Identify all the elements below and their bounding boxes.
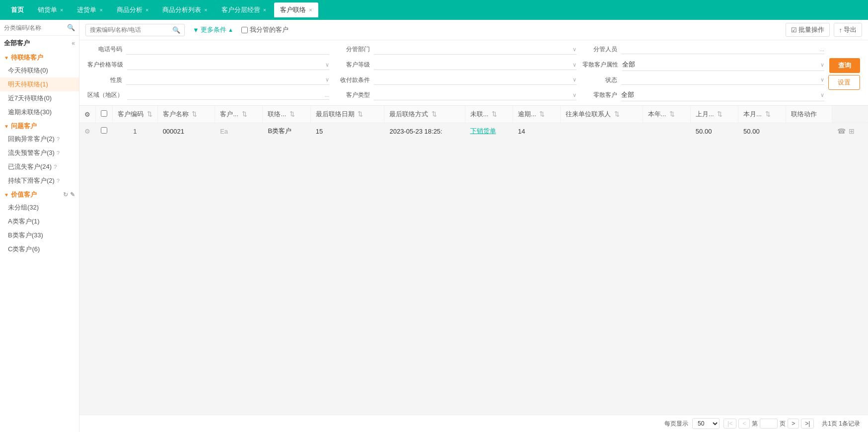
filter-region-select[interactable]: ... <box>127 90 329 100</box>
th-this-year: 本年... ⇅ <box>643 106 690 123</box>
gear-header-icon[interactable]: ⚙ <box>84 111 90 118</box>
sidebar-item-churn-warning[interactable]: 流失预警客户(3) ? <box>0 146 79 160</box>
nav-customer-contact[interactable]: 客户联络 × <box>274 2 318 17</box>
nav-home[interactable]: 首页 <box>5 2 30 17</box>
my-customers-checkbox[interactable] <box>241 27 248 33</box>
first-page-btn[interactable]: |< <box>723 419 736 429</box>
sort-name-icon[interactable]: ⇅ <box>192 110 197 118</box>
sort-last-month-icon[interactable]: ⇅ <box>717 110 723 118</box>
filter-manager-select[interactable]: ... <box>621 45 824 54</box>
sort-un-contact-icon[interactable]: ⇅ <box>492 110 497 118</box>
filter-customer-type-select[interactable]: ∨ <box>374 90 577 100</box>
next-page-btn[interactable]: > <box>788 419 799 429</box>
sidebar-item-week[interactable]: 近7天待联络(0) <box>0 91 79 105</box>
my-customers-filter[interactable]: 我分管的客户 <box>241 25 289 34</box>
page-size-select[interactable]: 10 20 50 100 <box>692 418 720 429</box>
filter-phone: 电话号码 <box>87 44 329 55</box>
content-area: 🔍 ▼ 更多条件 ▲ 我分管的客户 ☑ 批量操作 ↑ 导出 <box>79 20 868 432</box>
select-all-checkbox[interactable] <box>101 110 107 117</box>
filter-price-level-select[interactable]: ∨ <box>127 60 329 70</box>
close-purchase-order[interactable]: × <box>99 7 102 13</box>
sidebar-all-customers[interactable]: 全部客户 « <box>0 36 79 51</box>
sidebar-search-input[interactable] <box>4 24 65 31</box>
sort-this-month-icon[interactable]: ⇅ <box>765 110 771 118</box>
sort-this-year-icon[interactable]: ⇅ <box>669 110 675 118</box>
refresh-icon[interactable]: ↻ <box>63 191 68 198</box>
help-icon-churned[interactable]: ? <box>54 164 57 170</box>
sidebar-item-class-a[interactable]: A类客户(1) <box>0 215 79 228</box>
close-sales-order[interactable]: × <box>60 7 63 13</box>
close-product-analysis-list[interactable]: × <box>204 7 207 13</box>
sort-type-icon[interactable]: ⇅ <box>242 110 247 118</box>
row-checkbox[interactable] <box>101 127 107 134</box>
filter-customer-level-select[interactable]: ∨ <box>374 60 577 70</box>
th-action: 联络动作 <box>786 106 832 123</box>
export-icon: ↑ <box>839 26 843 34</box>
phone-action-icon[interactable]: ☎ <box>837 127 846 135</box>
edit-icon[interactable]: ✎ <box>70 191 75 198</box>
footer-pagination: 每页显示 10 20 50 100 |< < 第 1 页 > >| 共1页 1条… <box>79 415 868 432</box>
batch-op-btn[interactable]: ☑ 批量操作 <box>786 23 830 37</box>
sidebar-item-repurchase-anomaly[interactable]: 回购异常客户(2) ? <box>0 132 79 146</box>
sort-last-contact-date-icon[interactable]: ⇅ <box>358 110 363 118</box>
filter-dept-select[interactable]: ∨ <box>374 45 577 55</box>
filter-payment-select[interactable]: ∨ <box>374 75 577 85</box>
last-contact-method-link[interactable]: 下销货单 <box>470 127 496 135</box>
close-product-analysis[interactable]: × <box>145 7 148 13</box>
td-gear[interactable]: ⚙ <box>79 123 96 140</box>
sort-unit-contact-icon[interactable]: ⇅ <box>614 110 620 118</box>
th-check[interactable] <box>96 106 113 123</box>
export-btn[interactable]: ↑ 导出 <box>834 23 863 37</box>
main-search-input[interactable] <box>90 26 170 33</box>
set-btn[interactable]: 设置 <box>828 75 860 90</box>
more-conditions-btn[interactable]: ▼ 更多条件 ▲ <box>189 23 237 36</box>
th-gear[interactable]: ⚙ <box>79 106 96 123</box>
sidebar-item-overdue[interactable]: 逾期未联络(30) <box>0 105 79 119</box>
filter-btn-group: 查询 设置 <box>828 44 860 101</box>
table-scroll-wrap: ⚙ 客户编码 ⇅ 客户名称 ⇅ <box>79 106 868 432</box>
sidebar-item-class-b[interactable]: B类客户(33) <box>0 228 79 242</box>
help-icon-churn[interactable]: ? <box>57 150 60 156</box>
th-un-contact: 未联... ⇅ <box>465 106 512 123</box>
sidebar-group-pending[interactable]: ▼ 待联络客户 <box>0 51 79 64</box>
filter-retail-attr-label: 零散客户属性 <box>582 61 618 69</box>
nav-purchase-order[interactable]: 进货单 × <box>71 2 108 17</box>
sort-last-contact-method-icon[interactable]: ⇅ <box>432 110 437 118</box>
sidebar-item-class-c[interactable]: C类客户(6) <box>0 242 79 256</box>
page-number-input[interactable]: 1 <box>760 419 778 429</box>
filter-status-select[interactable]: ∨ <box>621 75 824 85</box>
sidebar-item-churned[interactable]: 已流失客户(24) ? <box>0 160 79 174</box>
filter-region: 区域（地区） ... <box>87 90 329 100</box>
last-page-btn[interactable]: >| <box>801 419 814 429</box>
nav-customer-tier[interactable]: 客户分层经营 × <box>216 2 272 17</box>
sidebar-group-value[interactable]: ▼ 价值客户 ↻ ✎ <box>0 188 79 201</box>
sidebar-item-tomorrow[interactable]: 明天待联络(1) <box>0 77 79 91</box>
sidebar-item-ungrouped[interactable]: 未分组(32) <box>0 201 79 215</box>
td-check[interactable] <box>96 123 113 140</box>
sort-overdue-icon[interactable]: ⇅ <box>539 110 545 118</box>
nav-sales-order[interactable]: 销货单 × <box>32 2 69 17</box>
sidebar-item-today[interactable]: 今天待联络(0) <box>0 64 79 77</box>
close-customer-contact[interactable]: × <box>309 7 312 13</box>
query-btn[interactable]: 查询 <box>829 58 860 73</box>
filter-dept: 分管部门 ∨ <box>335 45 577 55</box>
more-conditions-chevron: ▲ <box>228 27 233 33</box>
help-icon-repurchase[interactable]: ? <box>57 136 60 142</box>
main-search-icon[interactable]: 🔍 <box>172 26 180 34</box>
sidebar-group-problem[interactable]: ▼ 问题客户 <box>0 119 79 132</box>
filter-retail-attr-select[interactable]: 全部 ∨ <box>622 59 824 71</box>
grid-action-icon[interactable]: ⊞ <box>849 127 855 135</box>
filter-nature-select[interactable]: ∨ <box>126 75 329 85</box>
filter-phone-input[interactable] <box>126 44 329 55</box>
filter-retail-customer-select[interactable]: 全部 ∨ <box>621 89 824 101</box>
prev-page-btn[interactable]: < <box>738 419 750 429</box>
filter-price-level-label: 客户价格等级 <box>87 61 123 69</box>
nav-product-analysis-list[interactable]: 商品分析列表 × <box>156 2 213 17</box>
sort-code-icon[interactable]: ⇅ <box>147 110 152 118</box>
close-customer-tier[interactable]: × <box>263 7 266 13</box>
sidebar-item-declining[interactable]: 持续下滑客户(2) ? <box>0 174 79 188</box>
sidebar-search-icon[interactable]: 🔍 <box>67 24 75 31</box>
help-icon-declining[interactable]: ? <box>57 178 60 184</box>
nav-product-analysis[interactable]: 商品分析 × <box>111 2 154 17</box>
sort-contact-icon[interactable]: ⇅ <box>289 110 295 118</box>
